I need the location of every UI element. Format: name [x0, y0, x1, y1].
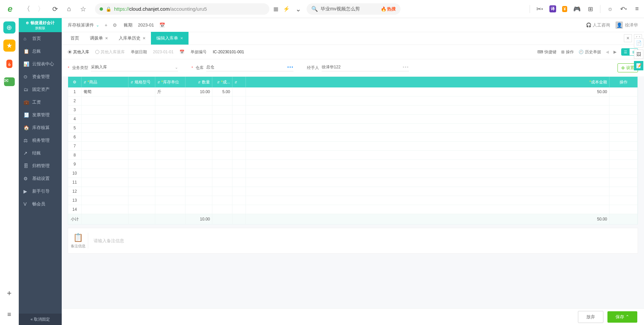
sidebar-item-11[interactable]: ⚙基础设置: [19, 172, 62, 185]
add-account-icon[interactable]: +: [105, 22, 107, 28]
sidebar-item-0[interactable]: ⌂首页: [19, 32, 62, 45]
table-row[interactable]: 7: [68, 142, 638, 151]
translate-badge[interactable]: 译: [549, 5, 556, 12]
table-row[interactable]: 6: [68, 133, 638, 142]
cancel-button[interactable]: 放弃: [578, 311, 603, 323]
close-icon[interactable]: ✕: [143, 36, 146, 41]
forward-button[interactable]: 〉: [37, 5, 45, 13]
rail-btn-2[interactable]: 🖼: [634, 50, 643, 59]
sidebar-item-9[interactable]: ↗结账: [19, 147, 62, 159]
col-gear[interactable]: ⚙: [68, 77, 82, 87]
bookmark-button[interactable]: ☆: [79, 5, 87, 13]
undo-icon[interactable]: ↶▾: [620, 5, 627, 13]
table-row[interactable]: 14: [68, 205, 638, 214]
home-button[interactable]: ⌂: [65, 5, 73, 13]
tab-0[interactable]: 首页: [65, 32, 85, 45]
launcher-menu[interactable]: ≡: [7, 311, 11, 318]
address-bar[interactable]: 🔒 https://cloud.chanjet.com/accounting/u…: [95, 3, 269, 15]
table-row[interactable]: 10: [68, 169, 638, 178]
sidebar-item-1[interactable]: 📋总账: [19, 45, 62, 58]
close-icon[interactable]: ✕: [105, 36, 108, 41]
table-row[interactable]: 9: [68, 160, 638, 169]
sidebar-item-6[interactable]: 🧾发票管理: [19, 109, 62, 121]
gear-icon[interactable]: ⚙: [113, 22, 117, 28]
user-menu[interactable]: 👤 徐泽华: [615, 21, 638, 29]
field-business-type[interactable]: *业务类型 采购入库⌄: [68, 64, 178, 71]
game-icon[interactable]: 🎮: [573, 5, 581, 13]
rail-btn-1[interactable]: 📄: [634, 38, 643, 48]
close-icon[interactable]: ✕: [180, 36, 183, 41]
col-unit[interactable]: ⇵*库存单位: [155, 77, 185, 87]
sidebar-collapse[interactable]: « 取消固定: [19, 314, 62, 325]
browser-logo: e: [3, 2, 17, 16]
prev-doc[interactable]: ◀: [606, 50, 609, 54]
col-qty[interactable]: ⇵数量: [185, 77, 212, 87]
launcher-app-2[interactable]: ★: [3, 40, 15, 52]
col-cost[interactable]: ⇵*成...: [212, 77, 232, 87]
calendar-icon[interactable]: 📅: [159, 22, 165, 28]
sidebar-item-7[interactable]: 🏠库存核算: [19, 121, 62, 134]
launcher-weibo[interactable]: ة: [3, 58, 15, 70]
grid-icon[interactable]: ⊞: [587, 5, 594, 13]
account-select[interactable]: 库存核算课件 ⌄: [68, 22, 99, 28]
table-row[interactable]: 13: [68, 196, 638, 205]
qrcode-icon[interactable]: ▦: [273, 6, 278, 12]
col-spec[interactable]: ⇵规格型号: [128, 77, 155, 87]
table-row[interactable]: 8: [68, 151, 638, 160]
tab-2[interactable]: 入库单历史✕: [113, 32, 151, 45]
tab-3[interactable]: 编辑入库单✕: [151, 32, 189, 45]
field-warehouse[interactable]: *仓库 总仓•••: [192, 64, 294, 71]
scissors-icon[interactable]: ✂▾: [536, 5, 543, 13]
launcher-mail[interactable]: ✉: [3, 76, 15, 88]
menu-icon[interactable]: ≡: [633, 5, 641, 13]
sidebar-item-13[interactable]: V畅会员: [19, 198, 62, 210]
radio-other-in[interactable]: 其他入库: [68, 49, 89, 55]
sidebar-label: 畅会员: [32, 201, 45, 207]
sidebar-item-10[interactable]: 🗄归档管理: [19, 159, 62, 172]
table-row[interactable]: 5: [68, 124, 638, 133]
col-amount[interactable]: *成本金额: [246, 77, 609, 87]
reload-button[interactable]: ⟳: [51, 5, 59, 13]
table-row[interactable]: 3: [68, 106, 638, 115]
search-box[interactable]: 🔍 毕业mv视频怎么剪 🔥 热搜: [307, 3, 400, 15]
theme-icon[interactable]: ☼: [606, 5, 614, 13]
table-row[interactable]: 1葡萄斤10.005.0050.00: [68, 87, 638, 96]
field-handler[interactable]: 经手人 徐泽华122•••: [307, 64, 409, 71]
url-dropdown[interactable]: ⌄: [294, 5, 302, 13]
sidebar: ⊕ 畅捷通好会计 旗舰版 ⌂首页📋总账📊云报表中心⊙资金管理🗂固定资产💼工资🧾发…: [19, 18, 62, 325]
sidebar-item-4[interactable]: 🗂固定资产: [19, 83, 62, 96]
back-button[interactable]: 〈: [23, 5, 31, 13]
sidebar-label: 新手引导: [32, 188, 50, 194]
col-product[interactable]: ⇵*商品: [82, 77, 128, 87]
table-row[interactable]: 2: [68, 96, 638, 106]
sidebar-item-3[interactable]: ⊙资金管理: [19, 70, 62, 83]
table-row[interactable]: 12: [68, 187, 638, 196]
operate-link[interactable]: ⊞ 操作: [561, 49, 574, 55]
period-value[interactable]: 2023-01: [138, 22, 154, 27]
launcher-app-1[interactable]: ⊕: [3, 21, 15, 34]
bolt-icon[interactable]: ⚡: [283, 6, 290, 12]
search-icon: 🔍: [311, 6, 318, 12]
sidebar-item-2[interactable]: 📊云报表中心: [19, 58, 62, 70]
save-button[interactable]: 保存 ⌃: [607, 311, 637, 323]
sidebar-item-8[interactable]: ⚖税务管理: [19, 134, 62, 147]
history-link[interactable]: 🕘 历史单据: [579, 49, 601, 55]
doc-date-value[interactable]: 2023-01-01: [153, 50, 173, 54]
table-row[interactable]: 4: [68, 115, 638, 124]
chevron-down-icon: ⌄: [96, 23, 99, 27]
rail-btn-3[interactable]: 📝: [634, 61, 643, 70]
remark-input[interactable]: 请输入备注信息: [88, 238, 638, 244]
yuan-badge[interactable]: ¥: [562, 6, 567, 12]
tabs-bar: 首页调拨单✕入库单历史✕编辑入库单✕ ✕ ⛶: [62, 32, 644, 45]
calendar-icon[interactable]: 📅: [179, 50, 184, 54]
tab-close-all[interactable]: ✕: [624, 34, 632, 42]
sidebar-item-12[interactable]: ▶新手引导: [19, 185, 62, 198]
shortcut-link[interactable]: ⌨ 快捷键: [537, 49, 556, 55]
next-doc[interactable]: ▶: [613, 50, 616, 54]
sidebar-item-5[interactable]: 💼工资: [19, 96, 62, 109]
tab-1[interactable]: 调拨单✕: [85, 32, 113, 45]
table-row[interactable]: 11: [68, 178, 638, 187]
radio-other-return[interactable]: 其他入库退库: [95, 49, 125, 55]
support-link[interactable]: 🎧 人工咨询: [586, 22, 610, 28]
launcher-add[interactable]: +: [7, 288, 11, 298]
